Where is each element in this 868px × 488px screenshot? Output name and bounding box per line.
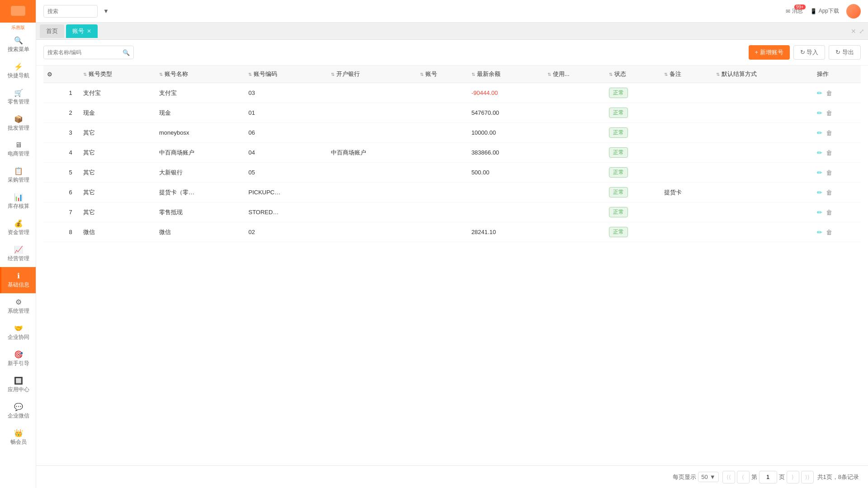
- col-name[interactable]: 账号名称: [156, 66, 245, 83]
- tab-close-icon[interactable]: ✕: [87, 28, 91, 34]
- sidebar-item-wholesale-mgmt[interactable]: 📦批发管理: [0, 110, 36, 136]
- sidebar-item-label: 应用中心: [8, 386, 29, 394]
- enterprise-wechat-icon: 💬: [14, 403, 23, 411]
- sidebar-item-search-menu[interactable]: 🔍搜索菜单: [0, 32, 36, 58]
- cell-type: 其它: [80, 183, 156, 202]
- window-expand-icon[interactable]: ⤢: [859, 28, 864, 35]
- sidebar-item-basic-info[interactable]: ℹ基础信息: [0, 267, 36, 293]
- sidebar-item-finance-mgmt[interactable]: 💰资金管理: [0, 215, 36, 241]
- sidebar-item-app-center[interactable]: 🔲应用中心: [0, 372, 36, 398]
- ecommerce-mgmt-icon: 🖥: [15, 141, 22, 149]
- edit-icon[interactable]: ✏: [817, 89, 822, 97]
- tab-accounts[interactable]: 账号 ✕: [66, 24, 98, 38]
- cell-balance: -90444.00: [468, 83, 544, 103]
- table-row: 7 其它 零售抵现 STORED… 正常 ✏ 🗑: [43, 202, 861, 222]
- col-bank[interactable]: 开户银行: [327, 66, 416, 83]
- edit-icon[interactable]: ✏: [817, 129, 822, 136]
- sidebar-item-system-mgmt[interactable]: ⚙系统管理: [0, 293, 36, 319]
- cell-index: 1: [61, 83, 80, 103]
- sidebar-item-ops-mgmt[interactable]: 📈经营管理: [0, 241, 36, 267]
- cell-code: 01: [245, 103, 327, 123]
- table-wrap: ⚙ 账号类型 账号名称 账号编码 开户银行 账号 最新余额 使用... 状态 备…: [36, 66, 868, 465]
- cell-account: [416, 103, 467, 123]
- import-button[interactable]: ↻ 导入: [793, 45, 826, 60]
- cell-remark: [660, 103, 713, 123]
- search-input[interactable]: [47, 49, 123, 56]
- cell-name: 零售抵现: [156, 202, 245, 222]
- export-button[interactable]: ↻ 导出: [829, 45, 861, 60]
- messages-button[interactable]: ✉ 消息 99+: [786, 7, 803, 15]
- delete-icon[interactable]: 🗑: [826, 229, 832, 236]
- action-buttons: + 新增账号 ↻ 导入 ↻ 导出: [749, 45, 861, 60]
- delete-icon[interactable]: 🗑: [826, 209, 832, 216]
- sidebar-item-label: 库存核算: [8, 202, 29, 210]
- cell-code: 06: [245, 123, 327, 143]
- cell-index: 4: [61, 143, 80, 163]
- cell-type: 现金: [80, 103, 156, 123]
- sidebar-item-enterprise-agreement[interactable]: 🤝企业协同: [0, 319, 36, 346]
- page-suffix: 页: [779, 473, 785, 481]
- cell-name: 微信: [156, 222, 245, 242]
- col-usage[interactable]: 使用...: [544, 66, 605, 83]
- app-download-button[interactable]: 📱 App下载: [810, 7, 839, 15]
- total-info: 共1页，8条记录: [817, 473, 859, 481]
- edit-icon[interactable]: ✏: [817, 229, 822, 236]
- sidebar-item-retail-mgmt[interactable]: 🛒零售管理: [0, 84, 36, 110]
- main-area: ▼ ✉ 消息 99+ 📱 App下载 首页 账号 ✕ ✕ ⤢: [36, 0, 868, 488]
- delete-icon[interactable]: 🗑: [826, 89, 832, 97]
- system-mgmt-icon: ⚙: [15, 298, 22, 306]
- col-balance[interactable]: 最新余额: [468, 66, 544, 83]
- page-prev-button[interactable]: ⟨: [737, 471, 750, 483]
- edit-icon[interactable]: ✏: [817, 209, 822, 216]
- col-status[interactable]: 状态: [605, 66, 660, 83]
- chevron-down-icon: ▼: [103, 8, 109, 14]
- cell-gear: [43, 103, 61, 123]
- tab-home[interactable]: 首页: [40, 24, 64, 38]
- delete-icon[interactable]: 🗑: [826, 189, 832, 196]
- delete-icon[interactable]: 🗑: [826, 169, 832, 176]
- user-avatar[interactable]: [846, 4, 861, 19]
- col-remark[interactable]: 备注: [660, 66, 713, 83]
- page-number-input[interactable]: [759, 471, 777, 483]
- cell-action: ✏ 🗑: [813, 222, 861, 242]
- cell-payment: [712, 123, 813, 143]
- col-payment[interactable]: 默认结算方式: [712, 66, 813, 83]
- topbar-search-input[interactable]: [43, 5, 98, 18]
- sidebar-item-enterprise-wechat[interactable]: 💬企业微信: [0, 398, 36, 424]
- cell-type: 其它: [80, 143, 156, 163]
- search-icon[interactable]: 🔍: [123, 49, 130, 56]
- edit-icon[interactable]: ✏: [817, 109, 822, 117]
- page-last-button[interactable]: ⟩⟩: [801, 471, 814, 483]
- col-gear[interactable]: ⚙: [43, 66, 61, 83]
- edit-icon[interactable]: ✏: [817, 169, 822, 176]
- col-code[interactable]: 账号编码: [245, 66, 327, 83]
- topbar-dropdown[interactable]: ▼: [103, 8, 109, 14]
- page-first-button[interactable]: ⟨⟨: [722, 471, 735, 483]
- cell-usage: [544, 83, 605, 103]
- status-badge: 正常: [609, 147, 628, 158]
- sidebar-item-ecommerce-mgmt[interactable]: 🖥电商管理: [0, 136, 36, 162]
- sidebar-item-quick-nav[interactable]: ⚡快捷导航: [0, 58, 36, 84]
- delete-icon[interactable]: 🗑: [826, 129, 832, 136]
- sidebar-item-inventory[interactable]: 📊库存核算: [0, 188, 36, 215]
- brand-label: 乐惠版: [11, 23, 25, 32]
- edit-icon[interactable]: ✏: [817, 149, 822, 156]
- col-account[interactable]: 账号: [416, 66, 467, 83]
- delete-icon[interactable]: 🗑: [826, 109, 832, 117]
- edit-icon[interactable]: ✏: [817, 189, 822, 196]
- page-next-button[interactable]: ⟩: [787, 471, 799, 483]
- page-size-box[interactable]: 50 ▼: [698, 472, 718, 482]
- window-close-icon[interactable]: ✕: [851, 28, 856, 35]
- cell-remark: [660, 202, 713, 222]
- sidebar-item-new-guide[interactable]: 🎯新手引导: [0, 346, 36, 372]
- sidebar-item-purchase-mgmt[interactable]: 📋采购管理: [0, 162, 36, 188]
- add-account-button[interactable]: + 新增账号: [749, 45, 790, 60]
- status-badge: 正常: [609, 108, 628, 118]
- col-type[interactable]: 账号类型: [80, 66, 156, 83]
- cell-balance: 547670.00: [468, 103, 544, 123]
- cell-bank: [327, 202, 416, 222]
- sidebar-item-vip-member[interactable]: 👑畅会员: [0, 424, 36, 450]
- delete-icon[interactable]: 🗑: [826, 149, 832, 156]
- cell-name: 支付宝: [156, 83, 245, 103]
- cell-payment: [712, 163, 813, 183]
